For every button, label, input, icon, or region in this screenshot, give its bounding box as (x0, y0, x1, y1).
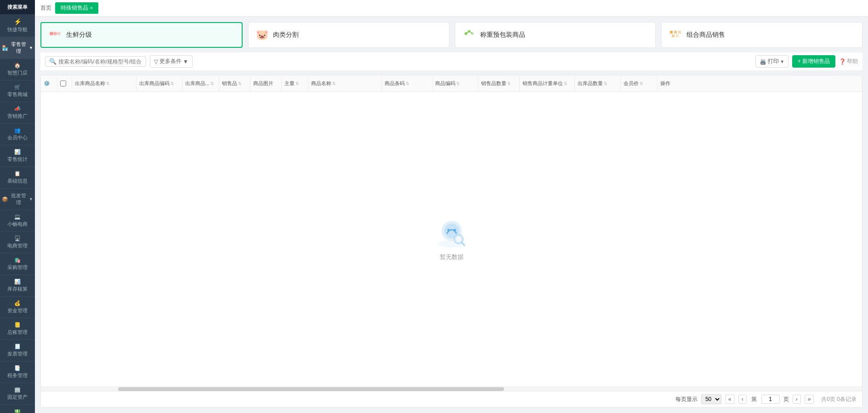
search-box[interactable]: 🔍 (45, 56, 146, 67)
sidebar-item-marketing[interactable]: 📣 营销推广 (0, 102, 35, 124)
svg-point-17 (454, 229, 456, 231)
last-page-button[interactable]: » (805, 395, 814, 404)
sidebar-logo[interactable]: 搜索菜单 (0, 0, 35, 14)
svg-point-0 (50, 32, 53, 35)
prev-page-button[interactable]: ‹ (738, 395, 747, 404)
chevron-down-icon-2: ▼ (29, 197, 33, 201)
tab-card-meat[interactable]: 🐷 肉类分割 (248, 22, 449, 48)
sidebar-item-fixed-assets[interactable]: 🏢 固定资产 (0, 383, 35, 405)
tab-cards-row: 生鲜分级 🐷 肉类分割 称重预包装商品 (40, 22, 862, 48)
help-button[interactable]: ❓ 帮助 (839, 57, 858, 65)
marketing-icon: 📣 (14, 106, 21, 112)
sidebar-item-quick-nav[interactable]: ⚡ 快捷导航 (0, 14, 35, 37)
purchase-icon: 🛍️ (14, 257, 21, 263)
tab-card-weigh[interactable]: 称重预包装商品 (455, 22, 656, 48)
svg-rect-12 (676, 34, 679, 37)
topbar-home[interactable]: 首页 (40, 4, 51, 12)
sidebar-item-label: 基础信息 (7, 178, 28, 184)
sidebar-item-wholesale[interactable]: 📦 批发管理 ▼ (0, 189, 35, 210)
scrollbar-thumb[interactable] (118, 387, 504, 391)
filter-arrow-icon: ▼ (183, 58, 188, 65)
sidebar-item-retail-stats[interactable]: 📊 零售统计 (0, 145, 35, 167)
info-icon-1: 📋 (14, 171, 21, 177)
page-unit: 页 (783, 396, 789, 403)
svg-point-19 (456, 236, 461, 242)
sidebar-item-ecommerce-mini[interactable]: 💻 小畅电商 (0, 210, 35, 232)
sidebar-item-purchase[interactable]: 🛍️ 采购管理 (0, 253, 35, 275)
th-settings[interactable]: ⚙️ (41, 77, 57, 90)
sidebar-item-label: 零售统计 (7, 156, 28, 163)
print-arrow-icon: ▼ (780, 59, 784, 64)
sidebar-item-retail[interactable]: 🏪 零售管理 ▼ (0, 37, 35, 59)
sidebar-item-tax[interactable]: 📑 税务管理 (0, 361, 35, 383)
tab-card-fresh[interactable]: 生鲜分级 (40, 22, 243, 48)
sidebar-item-label: 零售商城 (7, 91, 28, 98)
th-out-misc: 出库商品... ⇅ (182, 76, 219, 91)
mall-icon: 🛒 (14, 84, 21, 90)
sidebar-item-basic-info-retail[interactable]: 📋 基础信息 (0, 167, 35, 189)
th-checkbox[interactable] (57, 77, 72, 90)
sidebar-item-label: 营销推广 (7, 113, 28, 120)
tab-card-combo[interactable]: 组合商品销售 (661, 22, 862, 48)
sidebar-item-smart-store[interactable]: 🏠 智慧门店 (0, 59, 35, 80)
tax-icon: 📑 (14, 365, 21, 371)
filter-button[interactable]: ▽ 更多条件 ▼ (150, 55, 193, 68)
store-icon: 🏠 (14, 63, 21, 69)
th-product-name: 商品名称 ⇅ (308, 76, 382, 91)
sidebar-item-inventory[interactable]: 📊 库存核算 (0, 275, 35, 297)
sort-icon-11: ⇅ (604, 81, 607, 86)
print-label: 打印 (768, 57, 779, 65)
table-header: ⚙️ 出库商品名称 ⇅ 出库商品编码 ⇅ 出库商品... ⇅ 销售品 (41, 75, 862, 92)
inventory-icon: 📊 (14, 279, 21, 285)
th-sales-unit: 销售商品计量单位 ⇅ (520, 76, 575, 91)
svg-point-1 (53, 32, 57, 35)
next-page-button[interactable]: › (793, 395, 801, 404)
data-table: ⚙️ 出库商品名称 ⇅ 出库商品编码 ⇅ 出库商品... ⇅ 销售品 (40, 75, 862, 407)
th-product-code: 商品编码 ⇅ (432, 76, 478, 91)
select-all-checkbox[interactable] (60, 80, 66, 86)
sort-icon-8: ⇅ (456, 81, 460, 86)
fresh-tab-icon (49, 29, 62, 41)
print-button[interactable]: 🖨️ 打印 ▼ (755, 55, 789, 68)
sidebar: 搜索菜单 ⚡ 快捷导航 🏪 零售管理 ▼ 🏠 智慧门店 🛒 零售商城 📣 营销推… (0, 0, 35, 413)
toolbar-right: 🖨️ 打印 ▼ + 新增销售品 ❓ 帮助 (755, 55, 858, 68)
horizontal-scrollbar[interactable] (41, 386, 862, 391)
th-sales-qty: 销售品数量 ⇅ (478, 76, 520, 91)
invoice-icon: 🧾 (14, 344, 21, 350)
svg-rect-11 (672, 34, 675, 37)
tab-close-icon[interactable]: × (90, 6, 93, 11)
sidebar-item-invoice[interactable]: 🧾 发票管理 (0, 340, 35, 361)
sort-icon-5: ⇅ (295, 81, 299, 86)
th-product-image: 商品图片 (250, 76, 282, 91)
sort-icon-1: ⇅ (106, 81, 110, 86)
svg-rect-9 (674, 31, 677, 34)
chevron-down-icon: ▼ (29, 46, 33, 50)
page-size-select[interactable]: 50 (701, 394, 721, 404)
empty-text: 暂无数据 (440, 253, 464, 261)
search-icon: 🔍 (49, 58, 57, 65)
print-icon: 🖨️ (760, 58, 766, 65)
sidebar-item-retail-mall[interactable]: 🛒 零售商城 (0, 80, 35, 102)
current-page-input[interactable] (761, 395, 780, 404)
search-input[interactable] (58, 58, 142, 65)
sidebar-item-label: 智慧门店 (7, 69, 28, 76)
sidebar-item-finance[interactable]: 💰 资金管理 (0, 297, 35, 318)
th-member-price: 会员价 ⇅ (621, 76, 658, 91)
topbar-active-tab[interactable]: 特殊销售品 × (55, 2, 98, 14)
combo-tab-icon (669, 29, 682, 41)
sidebar-item-members[interactable]: 👥 会员中心 (0, 124, 35, 145)
topbar: 首页 特殊销售品 × (35, 0, 868, 17)
filter-icon: ▽ (154, 58, 158, 65)
sort-icon-6: ⇅ (332, 81, 336, 86)
add-button[interactable]: + 新增销售品 (792, 55, 835, 68)
sidebar-item-ecommerce[interactable]: 🖥️ 电商管理 (0, 232, 35, 253)
add-label: + 新增销售品 (798, 57, 830, 65)
sidebar-item-payroll[interactable]: 💵 工资 (0, 405, 35, 413)
sidebar-item-ledger[interactable]: 📒 总账管理 (0, 318, 35, 340)
sort-icon-2: ⇅ (170, 81, 174, 86)
first-page-button[interactable]: « (725, 395, 735, 404)
sort-icon-12: ⇅ (640, 81, 643, 86)
svg-point-16 (447, 229, 449, 231)
sidebar-item-label: 采购管理 (7, 264, 28, 271)
sidebar-item-label: 固定资产 (7, 394, 28, 401)
